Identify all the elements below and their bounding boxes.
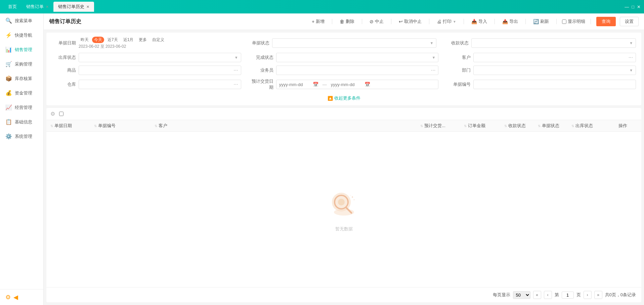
sort-customer-icon[interactable]: ⇅ xyxy=(155,124,157,128)
status-select[interactable]: ▼ xyxy=(272,38,437,48)
sidebar-item-sales[interactable]: 📊 销售管理 xyxy=(0,42,43,57)
delete-button[interactable]: 🗑 删除 xyxy=(338,17,356,26)
sort-amount-icon[interactable]: ⇅ xyxy=(464,124,467,128)
sidebar-item-system-label: 系统管理 xyxy=(15,134,32,140)
tab-sales-order-close[interactable]: ✕ xyxy=(46,5,49,9)
export-icon: 📤 xyxy=(502,19,508,24)
pagination-page-last[interactable]: » xyxy=(594,291,602,299)
tab-sales-order[interactable]: 销售订单 ✕ xyxy=(22,2,53,12)
delivery-date-from[interactable] xyxy=(279,82,309,87)
dept-select[interactable]: ▼ xyxy=(473,66,636,75)
settings-button[interactable]: 设置 xyxy=(620,17,639,26)
add-icon: + xyxy=(312,19,314,24)
tab-home[interactable]: 首页 xyxy=(3,2,22,12)
query-button[interactable]: 查询 xyxy=(596,17,616,26)
warehouse-label: 仓库 xyxy=(52,81,79,87)
divider2 xyxy=(362,19,362,24)
sort-docno-icon[interactable]: ⇅ xyxy=(94,124,97,128)
delivery-date-to[interactable] xyxy=(331,82,361,87)
cancel-stop-button[interactable]: ↩ 取消中止 xyxy=(397,17,424,26)
print-button[interactable]: 🖨 打印 ▼ xyxy=(435,17,458,26)
import-button[interactable]: 📥 导入 xyxy=(469,17,489,26)
tab-sales-order-history-close[interactable]: ✕ xyxy=(86,5,89,9)
sidebar-item-inventory[interactable]: 📦 库存核算 xyxy=(0,71,43,86)
sidebar-item-operations[interactable]: 📈 经营管理 xyxy=(0,100,43,115)
sidebar-item-quick-nav[interactable]: ⚡ 快捷导航 xyxy=(0,28,43,42)
sort-doc-status-icon[interactable]: ⇅ xyxy=(538,124,541,128)
window-minimize[interactable]: — xyxy=(625,4,629,9)
pagination-page-prev[interactable]: ‹ xyxy=(544,291,552,299)
collapse-bar[interactable]: 🔼 收起更多条件 xyxy=(52,94,636,101)
page-header: 销售订单历史 + 新增 🗑 删除 ⊘ 中止 ↩ xyxy=(44,13,644,30)
sidebar-item-purchase[interactable]: 🛒 采购管理 xyxy=(0,57,43,71)
pagination-page-next[interactable]: › xyxy=(584,291,592,299)
date-btn-today[interactable]: 今天 xyxy=(92,37,104,43)
settings-bottom-icon[interactable]: ⚙ xyxy=(5,294,11,301)
receipt-status-select[interactable]: ▼ xyxy=(471,38,636,48)
sidebar-item-search[interactable]: 🔍 搜索菜单 xyxy=(0,13,43,28)
window-maximize[interactable]: □ xyxy=(632,4,634,9)
goods-input[interactable]: ··· xyxy=(79,66,241,75)
collapse-sidebar-icon[interactable]: ◀ xyxy=(13,294,18,301)
refresh-button[interactable]: 🔄 刷新 xyxy=(531,17,551,26)
calendar-from-icon[interactable]: 📅 xyxy=(313,82,318,87)
refresh-icon: 🔄 xyxy=(533,19,539,24)
filter-section: 单据日期 昨天 今天 近7天 近1月 更多 自定义 2023-06-02 至 2… xyxy=(46,33,641,105)
filter-row-2: 出库状态 ▼ 完成状态 ▼ 客户 ··· xyxy=(52,53,636,62)
th-delivery: ⇅ 预计交货... xyxy=(416,123,460,129)
select-all-checkbox[interactable] xyxy=(59,112,63,116)
th-out-status: ⇅ 出库状态 xyxy=(567,123,614,129)
sidebar-item-search-label: 搜索菜单 xyxy=(15,18,32,24)
warehouse-more-icon[interactable]: ··· xyxy=(233,82,238,87)
customer-input[interactable]: ··· xyxy=(473,53,636,62)
receipt-status-arrow-icon: ▼ xyxy=(629,41,633,45)
window-close[interactable]: ✕ xyxy=(637,4,641,9)
delivery-date-label: 预计交货日期 xyxy=(249,78,276,90)
sort-receipt-status-icon[interactable]: ⇅ xyxy=(504,124,507,128)
sort-date-icon[interactable]: ⇅ xyxy=(50,124,53,128)
warehouse-input[interactable]: ··· xyxy=(79,80,241,89)
sidebar-item-basic-info[interactable]: 📋 基础信息 xyxy=(0,115,43,129)
sidebar: 🔍 搜索菜单 ⚡ 快捷导航 📊 销售管理 🛒 采购管理 📦 库存核算 💰 资金管… xyxy=(0,13,44,305)
sidebar-item-system[interactable]: ⚙️ 系统管理 xyxy=(0,129,43,144)
goods-more-icon[interactable]: ··· xyxy=(233,68,238,73)
display-toggle-checkbox[interactable] xyxy=(562,20,566,24)
current-page-input[interactable] xyxy=(562,292,574,299)
quick-nav-icon: ⚡ xyxy=(5,32,12,38)
sidebar-item-finance-label: 资金管理 xyxy=(15,90,32,96)
out-status-select[interactable]: ▼ xyxy=(79,53,241,62)
salesperson-more-icon[interactable]: ··· xyxy=(431,68,435,73)
date-btn-more[interactable]: 更多 xyxy=(137,37,149,43)
date-btn-yesterday[interactable]: 昨天 xyxy=(79,37,91,43)
th-date: ⇅ 单据日期 xyxy=(46,123,90,129)
svg-point-4 xyxy=(338,199,345,205)
import-label: 导入 xyxy=(478,18,487,25)
calendar-to-icon[interactable]: 📅 xyxy=(364,82,370,87)
date-btn-7days[interactable]: 近7天 xyxy=(105,37,120,43)
sidebar-item-finance[interactable]: 💰 资金管理 xyxy=(0,86,43,100)
stop-button[interactable]: ⊘ 中止 xyxy=(368,17,386,26)
divider1 xyxy=(332,19,332,24)
divider4 xyxy=(429,19,429,24)
sort-out-status-icon[interactable]: ⇅ xyxy=(571,124,574,128)
tab-sales-order-history[interactable]: 销售订单历史 ✕ xyxy=(53,2,94,12)
goods-label: 商品 xyxy=(52,67,79,73)
docno-input[interactable] xyxy=(473,80,636,89)
pagination-page-first[interactable]: « xyxy=(533,291,541,299)
date-btn-custom[interactable]: 自定义 xyxy=(150,37,166,43)
date-btn-1month[interactable]: 近1月 xyxy=(121,37,136,43)
salesperson-input[interactable]: ··· xyxy=(276,66,439,75)
table-settings-icon[interactable]: ⚙ xyxy=(50,111,55,117)
page-title: 销售订单历史 xyxy=(49,18,81,25)
sort-delivery-icon[interactable]: ⇅ xyxy=(420,124,423,128)
th-receipt-status-label: 收款状态 xyxy=(508,123,526,129)
complete-status-select[interactable]: ▼ xyxy=(276,53,439,62)
status-label: 单据状态 xyxy=(245,40,272,46)
dept-arrow-icon: ▼ xyxy=(629,68,633,72)
add-button[interactable]: + 新增 xyxy=(310,17,327,26)
export-label: 导出 xyxy=(509,18,518,25)
customer-more-icon[interactable]: ··· xyxy=(629,55,633,60)
delete-icon: 🗑 xyxy=(340,19,344,24)
per-page-select[interactable]: 50 10 20 100 xyxy=(513,291,530,299)
export-button[interactable]: 📤 导出 xyxy=(500,17,520,26)
